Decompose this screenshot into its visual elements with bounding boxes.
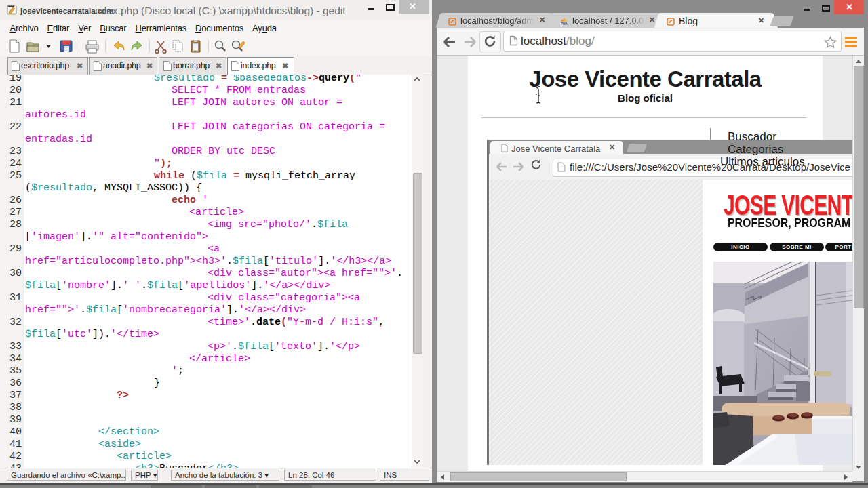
svg-text:PMA: PMA <box>561 22 568 26</box>
